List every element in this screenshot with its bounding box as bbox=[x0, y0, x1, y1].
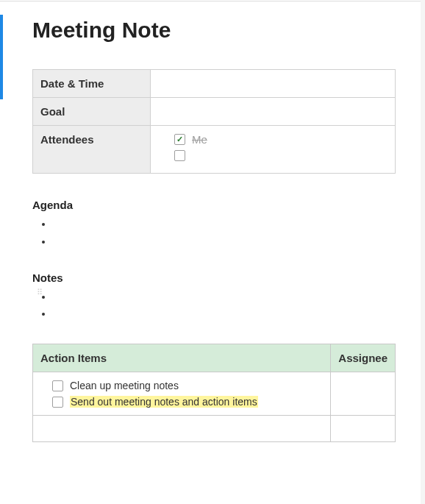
action-items-header[interactable]: Action Items bbox=[33, 344, 331, 372]
table-row: Date & Time bbox=[33, 70, 396, 98]
attendee-label[interactable]: Me bbox=[192, 133, 207, 146]
agenda-heading[interactable]: Agenda bbox=[32, 199, 396, 211]
info-table: Date & Time Goal Attendees Me bbox=[32, 69, 396, 174]
scrollbar-track[interactable] bbox=[421, 0, 425, 504]
accent-bar bbox=[0, 15, 3, 99]
notes-heading[interactable]: Notes bbox=[32, 271, 396, 284]
table-row bbox=[33, 416, 396, 442]
action-item: Clean up meeting notes bbox=[40, 380, 323, 391]
table-row: Attendees Me bbox=[33, 126, 396, 174]
table-row: Clean up meeting notes Send out meeting … bbox=[33, 372, 396, 416]
checkbox-icon[interactable] bbox=[52, 397, 63, 408]
list-item[interactable] bbox=[53, 216, 396, 233]
info-label[interactable]: Attendees bbox=[33, 126, 151, 174]
page-content: Meeting Note Date & Time Goal Attendees … bbox=[0, 0, 425, 472]
action-table: Action Items Assignee Clean up meeting n… bbox=[32, 344, 396, 442]
checkbox-icon[interactable] bbox=[52, 380, 63, 391]
attendee-item bbox=[158, 150, 388, 161]
checkbox-icon[interactable] bbox=[174, 134, 185, 145]
action-items-cell[interactable]: Clean up meeting notes Send out meeting … bbox=[33, 372, 331, 416]
agenda-list bbox=[32, 216, 396, 251]
action-item: Send out meeting notes and action items bbox=[40, 396, 323, 408]
top-border bbox=[0, 1, 421, 1]
action-label[interactable]: Clean up meeting notes bbox=[70, 380, 179, 391]
assignee-cell[interactable] bbox=[331, 416, 396, 442]
table-row: Goal bbox=[33, 98, 396, 126]
attendees-cell[interactable]: Me bbox=[151, 126, 396, 174]
notes-list: ⠿ bbox=[32, 288, 396, 324]
list-item[interactable] bbox=[53, 305, 396, 323]
checkbox-icon[interactable] bbox=[174, 150, 185, 161]
action-items-cell[interactable] bbox=[33, 416, 331, 442]
info-value[interactable] bbox=[151, 98, 396, 126]
attendee-item: Me bbox=[158, 133, 388, 146]
info-label[interactable]: Goal bbox=[33, 98, 151, 126]
info-label[interactable]: Date & Time bbox=[33, 70, 151, 98]
info-value[interactable] bbox=[151, 70, 396, 98]
list-item[interactable]: ⠿ bbox=[53, 288, 396, 306]
list-item[interactable] bbox=[53, 233, 396, 251]
assignee-cell[interactable] bbox=[331, 372, 396, 416]
table-row: Action Items Assignee bbox=[33, 344, 396, 372]
page-title[interactable]: Meeting Note bbox=[32, 18, 396, 43]
assignee-header[interactable]: Assignee bbox=[331, 344, 396, 372]
drag-handle-icon[interactable]: ⠿ bbox=[37, 290, 46, 294]
action-label[interactable]: Send out meeting notes and action items bbox=[70, 396, 258, 408]
